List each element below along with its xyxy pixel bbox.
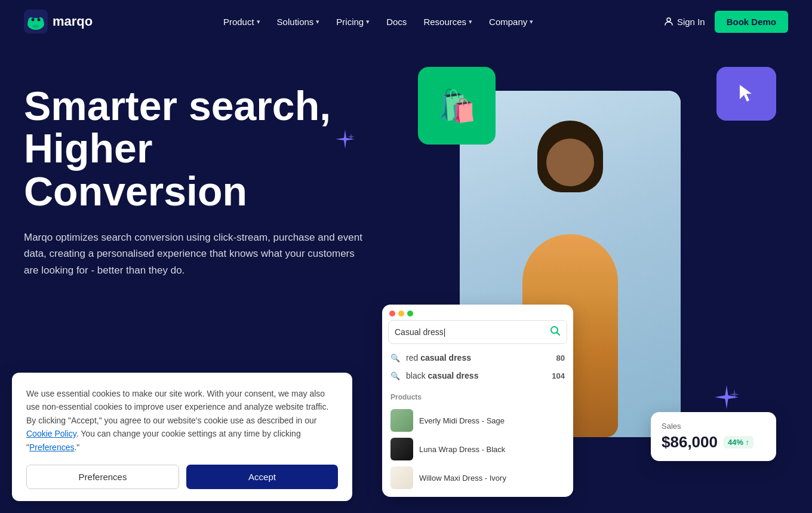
suggestion-row-2: 🔍 black casual dress 104 [382, 367, 573, 385]
hero-title: Smarter search, Higher Conversion [24, 85, 382, 213]
search-suggestion-icon-2: 🔍 [390, 371, 400, 380]
suggestion-row-1: 🔍 red casual dress 80 [382, 349, 573, 367]
sparkle-decoration [334, 115, 356, 157]
cookie-policy-link[interactable]: Cookie Policy [26, 429, 76, 438]
logo-icon [24, 10, 48, 33]
sales-amount-row: $86,000 44% ↑ [662, 433, 765, 451]
nav-solutions[interactable]: Solutions ▾ [277, 17, 320, 27]
cookie-banner: We use essential cookies to make our sit… [12, 373, 352, 501]
products-label: Products [390, 393, 565, 401]
sparkle-small [713, 383, 740, 413]
preferences-button[interactable]: Preferences [26, 465, 179, 489]
product-thumb-1 [390, 409, 413, 432]
dot-yellow [398, 311, 404, 317]
shopping-bag-icon: 🛍️ [438, 88, 476, 124]
preferences-inline-link[interactable]: Preferences [29, 443, 74, 452]
search-input-area: Casual dress| [388, 320, 567, 344]
cursor-icon [734, 80, 759, 107]
products-section: Products Everly Midi Dress - Sage Luna W… [382, 389, 573, 497]
product-row-1: Everly Midi Dress - Sage [390, 406, 565, 435]
svg-point-6 [32, 24, 39, 28]
suggestion-label-2: black casual dress [406, 371, 546, 380]
hero-subtitle: Marqo optimizes search conversion using … [24, 229, 370, 278]
cursor-card [716, 67, 776, 121]
cookie-text: We use essential cookies to make our sit… [26, 387, 338, 454]
suggestion-count-2: 104 [552, 371, 565, 380]
search-icon [550, 325, 561, 339]
nav-pricing[interactable]: Pricing ▾ [336, 17, 370, 27]
search-card: Casual dress| 🔍 red casual dress 80 🔍 bl… [382, 305, 573, 497]
window-dots [382, 305, 573, 320]
sales-label: Sales [662, 422, 765, 431]
product-row-2: Luna Wrap Dress - Black [390, 435, 565, 463]
shopping-bag-card: 🛍️ [418, 67, 496, 145]
product-thumb-2 [390, 438, 413, 460]
svg-point-7 [667, 18, 670, 21]
nav-company[interactable]: Company ▾ [489, 17, 533, 27]
user-icon [664, 17, 673, 26]
sales-badge: 44% ↑ [724, 436, 753, 449]
nav-product[interactable]: Product ▾ [223, 17, 260, 27]
logo[interactable]: marqo [24, 10, 93, 33]
product-row-3: Willow Maxi Dress - Ivory [390, 463, 565, 492]
svg-point-4 [32, 19, 35, 21]
search-suggestions: 🔍 red casual dress 80 🔍 black casual dre… [382, 349, 573, 389]
sales-card: Sales $86,000 44% ↑ [651, 412, 776, 461]
suggestion-label-1: red casual dress [406, 353, 550, 363]
logo-name: marqo [53, 14, 93, 29]
search-input-value: Casual dress| [395, 327, 545, 337]
product-name-3: Willow Maxi Dress - Ivory [419, 474, 506, 483]
search-suggestion-icon-1: 🔍 [390, 354, 400, 363]
suggestion-count-1: 80 [556, 354, 565, 363]
product-name-2: Luna Wrap Dress - Black [419, 445, 505, 454]
cookie-buttons: Preferences Accept [26, 465, 338, 489]
svg-point-5 [38, 19, 41, 21]
nav-right: Sign In Book Demo [664, 11, 788, 33]
hero-illustration: 🛍️ [382, 67, 788, 509]
nav-docs[interactable]: Docs [386, 17, 407, 27]
dot-green [407, 311, 413, 317]
navbar: marqo Product ▾ Solutions ▾ Pricing ▾ Do… [0, 0, 812, 43]
dot-red [389, 311, 395, 317]
nav-links: Product ▾ Solutions ▾ Pricing ▾ Docs Res… [223, 17, 533, 27]
nav-resources[interactable]: Resources ▾ [423, 17, 472, 27]
book-demo-button[interactable]: Book Demo [715, 11, 788, 33]
product-name-1: Everly Midi Dress - Sage [419, 416, 505, 425]
sign-in-button[interactable]: Sign In [664, 17, 705, 27]
sales-amount: $86,000 [662, 433, 718, 451]
accept-button[interactable]: Accept [186, 465, 338, 489]
product-thumb-3 [390, 466, 413, 489]
